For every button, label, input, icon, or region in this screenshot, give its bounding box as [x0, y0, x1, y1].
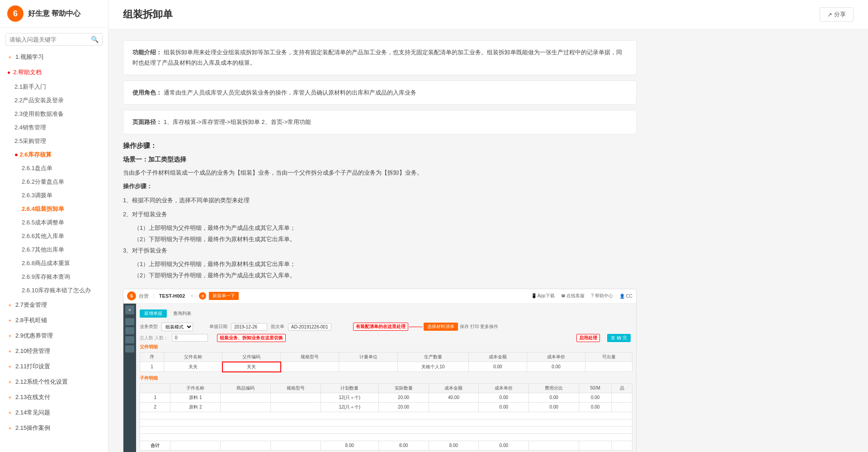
- mock-tab-new[interactable]: 新增单据: [140, 309, 167, 318]
- mock-parent-thead: 序 父件名称 父件编码 规格型号 计量单位 生产数量 成本金额 成本单价 可出量: [140, 352, 632, 362]
- sidebar-item-videos[interactable]: ＋ 1.视频学习: [0, 49, 108, 65]
- mock-cr1-plan: 12(只＋个): [321, 393, 378, 402]
- mock-cr1-seq: 1: [140, 393, 170, 402]
- mock-new-order-btn[interactable]: 新装单一下: [209, 292, 239, 300]
- mock-cr1-code: [221, 393, 271, 402]
- mock-sidebar-icon: ≡: [125, 305, 134, 314]
- mock-confirm-btn[interactable]: 发 确 完: [607, 334, 631, 342]
- mock-total-50m: [579, 441, 612, 450]
- mock-total-ucost: 0.00: [479, 441, 529, 450]
- sidebar-sub-other-out[interactable]: 2.6.7其他出库单: [0, 243, 108, 257]
- sidebar-sub-install[interactable]: 2.2产品安装及登录: [0, 94, 108, 107]
- mock-parent-code1[interactable]: 关关: [222, 362, 281, 372]
- mock-parent-table: 序 父件名称 父件编码 规格型号 计量单位 生产数量 成本金额 成本单价 可出量: [140, 352, 632, 372]
- mock-cth-fee-ratio: 费用分比: [529, 383, 579, 393]
- sidebar-sub-new-user[interactable]: 2.1新手入门: [0, 80, 108, 94]
- mock-cr1-cost: 40.00: [429, 393, 479, 402]
- sidebar-sub-adjust[interactable]: 2.6.3调拨单: [0, 189, 108, 202]
- sidebar-sub-inventory[interactable]: ● 2.6库存核算: [0, 148, 108, 162]
- sidebar-sub-sales[interactable]: 2.4销售管理: [0, 121, 108, 134]
- sidebar-sub-partial-take[interactable]: 2.6.2分量盘点单: [0, 175, 108, 189]
- mock-parent-tbody: 1 关关 关关 关格个人10 0.00 0.00: [140, 362, 632, 372]
- mock-child-row6: [140, 433, 632, 441]
- sidebar-sub-purchase[interactable]: 2.5采购管理: [0, 134, 108, 148]
- mock-parent-qty1: 关格个人10: [397, 362, 468, 372]
- path-text: 1、库存核算->库存管理->组装拆卸单 2、首页->常用功能: [164, 119, 311, 125]
- minus-icon: ●: [7, 69, 10, 76]
- mock-cth-cost: 成本金额: [429, 383, 479, 393]
- plus-icon8: ＋: [7, 394, 13, 401]
- mock-cth-0: [140, 383, 170, 393]
- sidebar-item-faq[interactable]: ＋ 2.14常见问题: [0, 405, 108, 420]
- plus-icon7: ＋: [7, 378, 13, 386]
- mock-cr2-code: [221, 402, 271, 412]
- sidebar-item-operation[interactable]: ＋ 2.10经营管理: [0, 343, 108, 359]
- sidebar-sub-cost-adjust[interactable]: 2.6.5成本调整单: [0, 216, 108, 229]
- step3-sub2: （2）下部明细为子件明细，最终作为产成品生成其它入库单。: [123, 270, 637, 281]
- sidebar-sub-account-error[interactable]: 2.6.10库存账本错了怎么办: [0, 284, 108, 297]
- mock-count-input[interactable]: 0: [172, 334, 208, 342]
- mock-empty-row5: [140, 426, 632, 433]
- mock-topbar-title: 自营: [139, 293, 149, 300]
- mock-sidebar-icon2: [125, 318, 134, 325]
- mock-parent-header-row: 序 父件名称 父件编码 规格型号 计量单位 生产数量 成本金额 成本单价 可出量: [140, 352, 632, 362]
- annotation1-wrapper: 有装配清单的在这里处理 选择材料清单 保存 打印 更多操作: [353, 323, 499, 331]
- screenshot-container: 6 自营 | TEST-H002 ▼ ⚙ 新装单一下 📱 App下载 ☎ 在线客…: [123, 289, 637, 452]
- plus-icon10: ＋: [7, 424, 13, 432]
- sidebar-item-personal[interactable]: ＋ 2.12系统个性化设置: [0, 374, 108, 390]
- mock-sidebar: ≡: [123, 304, 136, 452]
- mock-total-label: 合计: [140, 441, 170, 450]
- sidebar-item-finance[interactable]: ＋ 2.7资金管理: [0, 297, 108, 313]
- sidebar-sub-stock-check[interactable]: 2.6.9库存账本查询: [0, 270, 108, 284]
- mock-type-wrapper: 组装模式 拆卸模式: [161, 323, 193, 331]
- mock-select-parts-btn[interactable]: 选择材料清单: [424, 323, 458, 331]
- step2-sub1: （1）上部明细为父件明细，最终作为产成品生成其它入库单；: [123, 223, 637, 234]
- mock-sidebar-icon4: [125, 336, 134, 343]
- mock-total-item: [612, 441, 632, 450]
- sidebar-item-docs[interactable]: ● 2.帮助文档: [0, 65, 108, 80]
- plus-icon5: ＋: [7, 347, 13, 355]
- search-input[interactable]: [9, 36, 91, 43]
- mock-cr1-name: 原料 1: [170, 393, 221, 402]
- mock-total-qty: 8.00: [321, 441, 378, 450]
- sidebar-item-coupon[interactable]: ＋ 2.9优惠券管理: [0, 328, 108, 343]
- annotation1-bubble: 有装配清单的在这里处理: [353, 323, 408, 331]
- role-text: 通常由生产人员或库管人员完成拆装业务的操作，库管人员确认原材料的出库和产成品的入…: [164, 89, 416, 96]
- mock-form-row1: 业务类型 组装模式 拆卸模式 单据日期 2019-12-26 批次单: [140, 323, 632, 331]
- mock-action-links: 保存 打印 更多操作: [460, 324, 499, 330]
- mock-type-select[interactable]: 组装模式 拆卸模式: [161, 323, 193, 331]
- app-title: 好生意 帮助中心: [28, 9, 80, 19]
- content-area: 功能介绍： 组装拆卸单用来处理企业组装或拆卸等加工业务，支持有固定装配清单的产品…: [108, 29, 651, 452]
- mock-total-1: [170, 441, 221, 450]
- mock-date-input[interactable]: 2019-12-26: [231, 323, 267, 331]
- mock-cr2-seq: 2: [140, 402, 170, 412]
- sidebar-item-mobile[interactable]: ＋ 2.8手机旺铺: [0, 313, 108, 328]
- mock-parent-name1: 关关: [164, 362, 222, 372]
- sidebar-item-payment[interactable]: ＋ 2.13在线支付: [0, 390, 108, 405]
- mock-batch-input[interactable]: AD-20191226-001: [288, 323, 331, 331]
- sidebar-sub-stocktake[interactable]: 2.6.1盘点单: [0, 162, 108, 175]
- plus-icon3: ＋: [7, 317, 13, 324]
- mock-cth-actual-qty: 实际数量: [378, 383, 429, 393]
- mock-parent-unitcost1: 0.00: [527, 362, 585, 372]
- mock-parent-cost1: 0.00: [468, 362, 527, 372]
- mock-tab-query[interactable]: 查询列表: [169, 309, 196, 318]
- mock-child-header-row: 子件名称 商品编码 规格型号 计划数量 实际数量 成本金额 成本单价 费用分比: [140, 383, 632, 393]
- mock-th-parent-code: 父件编码: [222, 352, 281, 362]
- mock-th-spec: 规格型号: [281, 352, 339, 362]
- mock-cth-50m: 50/M: [579, 383, 612, 393]
- mock-child-section: 子件明细 子件名称 商品编码 规格型号 计划数量 实际数: [140, 375, 632, 451]
- mock-empty-row4: [140, 419, 632, 426]
- sidebar-sub-other-in[interactable]: 2.6.6其他入库单: [0, 229, 108, 243]
- sidebar-sub-assembly[interactable]: 2.6.4组装拆卸单: [0, 202, 108, 216]
- search-icon[interactable]: 🔍: [91, 36, 99, 43]
- sidebar-item-cases[interactable]: ＋ 2.15操作案例: [0, 420, 108, 436]
- share-button[interactable]: ↗ 分享: [820, 7, 854, 22]
- sidebar-sub-goods-cost[interactable]: 2.6.8商品成本重算: [0, 257, 108, 270]
- sidebar-sub-data-prep[interactable]: 2.3使用前数据准备: [0, 107, 108, 121]
- sidebar-item-print[interactable]: ＋ 2.11打印设置: [0, 359, 108, 374]
- search-box[interactable]: 🔍: [5, 33, 103, 46]
- mock-cr2-fee: 0.00: [529, 402, 579, 412]
- mock-cr1-50m: 0.00: [579, 393, 612, 402]
- mock-child-row3: [140, 412, 632, 419]
